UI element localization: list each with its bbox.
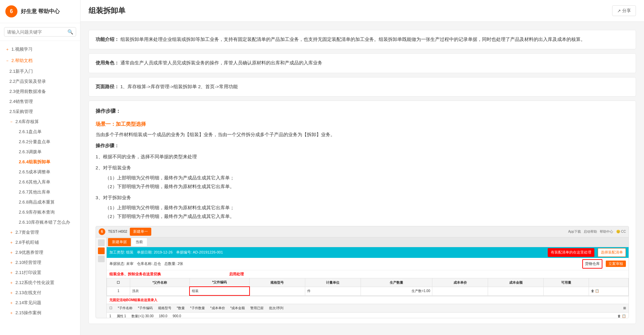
th-sub-code: *子件编码 [138, 305, 153, 311]
sidebar-item-2-9[interactable]: ＋ 2.9优惠券管理 [9, 247, 80, 258]
plus-icon-2-8: ＋ [9, 240, 13, 245]
ss-table-area: ☐ *父件名称 *父件编码 规格型号 计量单位 生产数量 成本单价 成本金额 可 [107, 278, 629, 296]
ss-ann4: 启用处理 [229, 272, 244, 276]
th-cost: 成本单价 [432, 278, 488, 287]
th-avail: 可用量 [544, 278, 589, 287]
sidebar-item-2-4[interactable]: 2.4销售管理 [9, 97, 80, 107]
sidebar-item-help[interactable]: － 2.帮助文档 [0, 55, 80, 66]
scene-desc: 当由多个子件材料组装成一个成品的业务为【组装】业务，当由一个父件拆分成多个子产品… [96, 130, 629, 139]
td-check-1: 1 [107, 287, 130, 295]
sidebar-item-2-6-7[interactable]: 2.6.7其他出库单 [19, 187, 80, 197]
ss-wareho-input[interactable]: 货物仓库 [582, 259, 602, 269]
sidebar-item-2-13[interactable]: ＋ 2.13在线支付 [9, 288, 80, 298]
sidebar-item-2-6-6[interactable]: 2.6.6其他入库单 [19, 177, 80, 187]
search-icon[interactable]: 🔍 [67, 29, 73, 35]
plus-icon: ＋ [5, 47, 9, 52]
ss-select-bill-btn[interactable]: 选择装配清单 [598, 248, 626, 257]
th-ops [589, 278, 628, 287]
ss-tab-active[interactable]: 新建单据 [108, 238, 131, 246]
sidebar-item-2-6-5[interactable]: 2.6.5成本调整单 [19, 167, 80, 177]
sidebar-item-2-5[interactable]: 2.5采购管理 [9, 107, 80, 117]
intro-label: 功能介绍： [96, 37, 119, 42]
step3-sub2: （2）下部明细为子件明细，最终作为产成品生成其它入库单。 [105, 212, 629, 221]
ss-status-label: 单据状态: 未审 [109, 261, 133, 267]
th-sub-qty: *数量 [177, 305, 185, 311]
th-sub-reserve: 警用已留 [250, 305, 264, 311]
sidebar-item-2-11[interactable]: ＋ 2.11打印设置 [9, 268, 80, 278]
intro-text: 组装拆卸单用来处理企业组装或拆卸等加工业务，支持有固定装配清单的产品加工业务，也… [120, 37, 585, 42]
role-block: 使用角色： 通常由生产人员或库管人员完成拆装业务的操作，库管人员确认原材料的出库… [89, 53, 636, 73]
sidebar-item-2-2[interactable]: 2.2产品安装及登录 [9, 76, 80, 87]
th-item-name: *父件名称 [130, 278, 190, 287]
ss-count-label: 总数量: 2张 [164, 261, 183, 267]
sidebar-item-2-12[interactable]: ＋ 2.12系统个性化设置 [9, 278, 80, 288]
search-input[interactable] [7, 30, 67, 35]
th-sub-ops: 批次/序列 [269, 305, 283, 311]
content-area: 功能介绍： 组装拆卸单用来处理企业组装或拆卸等加工业务，支持有固定装配清单的产品… [80, 22, 644, 335]
td-avail-1 [544, 287, 589, 295]
sidebar-item-2-3[interactable]: 2.3使用前数据准备 [9, 87, 80, 97]
sidebar-item-2-6-4[interactable]: 2.6.4组装拆卸单 [19, 157, 80, 167]
step1: 1、根据不同的业务，选择不同单据的类型来处理 [96, 153, 629, 161]
ss-status-row: 单据状态: 未审 仓库名称: 总仓 总数量: 2张 货物仓库 立案审核 [107, 258, 629, 270]
ss-top-icons: App下载 启动帮助 帮助中心 🙂 CC [568, 229, 626, 235]
th-sub-name: *子件名称 [118, 305, 132, 311]
sidebar-item-2-6[interactable]: － 2.6库存核算 [9, 117, 80, 127]
sidebar-item-video[interactable]: ＋ 1.视频学习 [0, 44, 80, 55]
th-sub-spec: 规格型号 [158, 305, 171, 311]
ss-main-table: ☐ *父件名称 *父件编码 规格型号 计量单位 生产数量 成本单价 成本金额 可 [107, 278, 629, 296]
plus-icon-2-9: ＋ [9, 250, 13, 256]
ss-nav-icon-2 [98, 247, 105, 254]
plus-icon-2-12: ＋ [9, 280, 13, 286]
ss-content-panel: 新建单据 当前 加工类型: 组装 单据日期: 2019-12-26 单据编号: … [107, 237, 629, 318]
ss-wareho-label: 仓库名称: 总仓 [137, 261, 161, 267]
th-sub-check: ☐ [109, 305, 112, 311]
role-label: 使用角色： [96, 60, 119, 65]
path-block: 页面路径： 1、库存核算->库存管理->组装拆卸单 2、首页->常用功能 [89, 77, 636, 97]
sidebar-item-2-6-10[interactable]: 2.6.10库存账本错了怎么办 [19, 217, 80, 227]
th-sub-amount: *成本金额 [230, 305, 245, 311]
step3: 3、对于拆卸业务 [96, 193, 629, 202]
step3-sub1: （1）上部明细为父件明细，最终作为原材料生成其它出库单； [105, 204, 629, 212]
ss-sub-table-header: ☐ *子件名称 *子件编码 规格型号 *数量 *子件数量 *成本单价 *成本金额… [107, 304, 629, 313]
path-text: 1、库存核算->库存管理->组装拆卸单 2、首页->常用功能 [120, 84, 238, 89]
search-area: 🔍 [0, 23, 80, 41]
sidebar-item-2-1[interactable]: 2.1新手入门 [9, 66, 80, 76]
sidebar-item-2-15[interactable]: ＋ 2.15操作案例 [9, 308, 80, 318]
ss-new-btn[interactable]: 新建单一 [130, 228, 151, 236]
th-total: 成本金额 [488, 278, 544, 287]
ss-ann1: 有装配清单的在这里处理 [548, 248, 594, 257]
th-spec: 规格型号 [250, 278, 305, 287]
path-label: 页面路径： [96, 84, 119, 89]
sidebar-item-2-6-8[interactable]: 2.6.8商品成本重算 [19, 197, 80, 207]
main-content: 组装拆卸单 ↗ 分享 功能介绍： 组装拆卸单用来处理企业组装或拆卸等加工业务，支… [80, 0, 644, 335]
plus-icon-2-15: ＋ [9, 310, 13, 316]
td-spec-1 [250, 287, 305, 295]
ss-top-bar: 6 TEST-H002 新建单一 App下载 启动帮助 帮助中心 🙂 CC [96, 226, 629, 237]
th-count: 计量单位 [305, 278, 361, 287]
sidebar-item-2-6-2[interactable]: 2.6.2分量盘点单 [19, 137, 80, 147]
scene-title: 场景一：加工类型选择 [96, 119, 629, 128]
th-qty: 生产数量 [361, 278, 432, 287]
logo-area: 6 好生意 帮助中心 [0, 0, 80, 23]
ss-ann3: 组装业务、拆卸业务在这里切换 [109, 272, 161, 276]
screenshot-container: 6 TEST-H002 新建单一 App下载 启动帮助 帮助中心 🙂 CC [96, 226, 629, 318]
ss-confirm-btn[interactable]: 立案审核 [606, 261, 626, 267]
ss-tab-2[interactable]: 当前 [131, 238, 147, 246]
sidebar-item-2-10[interactable]: ＋ 2.10经营管理 [9, 258, 80, 268]
ss-ann5: 无固定活动BOM组装在这里录入 [109, 298, 157, 302]
sidebar-item-2-6-9[interactable]: 2.6.9库存账本查询 [19, 207, 80, 217]
search-box[interactable]: 🔍 [4, 27, 76, 37]
sidebar-item-2-7[interactable]: ＋ 2.7资金管理 [9, 227, 80, 237]
td-qty-1: 生产数=1.00 [361, 287, 432, 295]
sidebar-item-2-6-1[interactable]: 2.6.1盘点单 [19, 127, 80, 137]
plus-icon-2-14: ＋ [9, 300, 13, 306]
app-logo: 6 [5, 5, 17, 17]
sidebar-item-2-8[interactable]: ＋ 2.8手机旺铺 [9, 237, 80, 247]
sidebar-item-2-6-3[interactable]: 2.6.3调拨单 [19, 147, 80, 157]
share-button[interactable]: ↗ 分享 [612, 5, 636, 16]
ss-nav-icon-3 [98, 256, 105, 262]
ss-form-type: 加工类型: 组装 [109, 249, 133, 256]
ss-form-date: 单据日期: 2019-12-26 [137, 249, 172, 256]
sidebar-item-2-14[interactable]: ＋ 2.14常见问题 [9, 298, 80, 308]
